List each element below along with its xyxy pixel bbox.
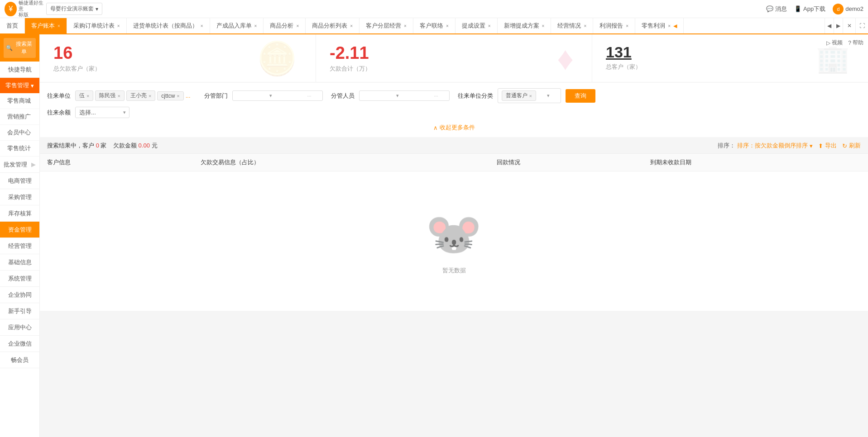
tab-home[interactable]: 首页 <box>0 18 25 34</box>
category-filter-label: 往来单位分类 <box>458 92 493 100</box>
sidebar-item-operations[interactable]: 经营管理 <box>0 238 39 254</box>
nav-close-all[interactable]: ✕ <box>843 18 855 34</box>
sort-select[interactable]: 排序： 排序：按欠款金额倒序排序 ▾ <box>718 142 813 150</box>
close-icon[interactable]: × <box>58 24 60 28</box>
balance-select[interactable]: 选择... <box>75 107 129 118</box>
sidebar-item-finance[interactable]: 资金管理 <box>0 222 39 238</box>
close-icon[interactable]: × <box>350 24 353 28</box>
nav-prev-arrow[interactable]: ◀ <box>825 18 834 34</box>
export-btn[interactable]: ⬆ 导出 <box>818 142 837 150</box>
message-icon: 💬 <box>766 5 773 12</box>
sidebar-item-retail-stats[interactable]: 零售统计 <box>0 141 39 157</box>
sidebar-item-app-center[interactable]: 应用中心 <box>0 319 39 336</box>
tab-customer-ops[interactable]: 客户分层经营 × <box>360 18 413 34</box>
close-icon[interactable]: × <box>404 24 407 28</box>
stat-card-amount: ♦ -2.11 欠款合计（万） <box>316 34 592 82</box>
tab-commission-setting[interactable]: 提成设置 × <box>456 18 498 34</box>
refresh-btn[interactable]: ↻ 刷新 <box>842 142 861 150</box>
tab-product-analysis[interactable]: 商品分析 × <box>264 18 306 34</box>
sidebar-item-member-center[interactable]: 会员中心 <box>0 125 39 141</box>
person-select[interactable]: ▾ ··· <box>359 90 450 101</box>
chevron-icon: ▾ <box>31 82 34 89</box>
empty-illustration: 🐭 <box>426 208 482 261</box>
stat-label-total: 总客户（家） <box>606 63 641 71</box>
close-icon[interactable]: × <box>668 24 671 28</box>
unit-more-btn[interactable]: ... <box>186 92 191 99</box>
logo: ¥ 畅捷通好生意 标版 <box>5 0 44 18</box>
close-icon[interactable]: × <box>488 24 491 28</box>
unit-tag-wang[interactable]: 王小亮 × <box>126 90 155 101</box>
dept-filter-label: 分管部门 <box>204 92 228 100</box>
remove-tag-cjttcw[interactable]: × <box>177 93 179 99</box>
query-button[interactable]: 查询 <box>566 89 595 103</box>
dept-select[interactable]: ▾ ··· <box>232 90 323 101</box>
tab-new-commission[interactable]: 新增提成方案 × <box>498 18 551 34</box>
unit-filter-tags: 伍 × 陈民强 × 王小亮 × cjttcw × ... <box>75 90 191 101</box>
remove-tag-wang[interactable]: × <box>149 93 151 99</box>
unit-tag-chen[interactable]: 陈民强 × <box>95 90 124 101</box>
col-customer-info: 客户信息 <box>40 154 193 171</box>
tab-retail-profit[interactable]: 零售利润 × ◀ <box>635 18 684 34</box>
remove-tag-wu[interactable]: × <box>86 93 89 99</box>
sidebar-item-enterprise-wechat[interactable]: 企业微信 <box>0 336 39 352</box>
close-icon[interactable]: × <box>296 24 299 28</box>
tab-operations[interactable]: 经营情况 × <box>551 18 593 34</box>
unit-tag-cjttcw[interactable]: cjttcw × <box>157 91 183 100</box>
category-tag-normal[interactable]: 普通客户 × <box>502 90 536 101</box>
remove-tag-normal[interactable]: × <box>529 93 532 99</box>
close-icon[interactable]: × <box>254 24 257 28</box>
result-bar: 搜索结果中，客户 0 家 欠款金额 0.00 元 排序： 排序：按欠款金额倒序排… <box>40 138 868 154</box>
close-icon[interactable]: × <box>626 24 628 28</box>
tab-customer-contact[interactable]: 客户联络 × <box>413 18 456 34</box>
tab-profit-report[interactable]: 利润报告 × <box>593 18 635 34</box>
sidebar-item-quick-nav[interactable]: 快捷导航 <box>0 62 39 78</box>
close-icon[interactable]: × <box>201 24 203 28</box>
stat-value-total: 131 <box>606 43 632 61</box>
sidebar-item-wholesale[interactable]: 批发管理 ▶ <box>0 157 39 173</box>
nav-next-arrow[interactable]: ▶ <box>834 18 843 34</box>
video-btn[interactable]: ▷视频 <box>826 39 843 47</box>
tab-product-analysis-list[interactable]: 商品分析列表 × <box>306 18 360 34</box>
sidebar-item-system[interactable]: 系统管理 <box>0 271 39 287</box>
person-select-arrow: ▾ <box>396 93 399 99</box>
close-icon[interactable]: × <box>542 24 545 28</box>
sidebar-item-chang-member[interactable]: 畅会员 <box>0 352 39 368</box>
remove-tag-chen[interactable]: × <box>117 93 120 99</box>
help-btn[interactable]: ?帮助 <box>848 39 863 47</box>
logo-icon: ¥ <box>5 2 17 16</box>
nav-fullscreen[interactable]: ⛶ <box>855 18 868 34</box>
tab-purchase-order[interactable]: 采购订单统计表 × <box>67 18 127 34</box>
close-icon[interactable]: × <box>446 24 449 28</box>
sidebar-item-marketing[interactable]: 营销推广 <box>0 109 39 125</box>
stat-label-customers: 总欠款客户（家） <box>53 65 101 73</box>
category-select[interactable]: 普通客户 × ▾ <box>498 88 561 103</box>
account-dropdown[interactable]: 母婴行业演示账套 ▾ <box>46 3 102 15</box>
sidebar-item-enterprise-collab[interactable]: 企业协同 <box>0 287 39 303</box>
unit-tag-wu[interactable]: 伍 × <box>75 90 93 101</box>
search-menu-btn[interactable]: 🔍 搜索菜单 <box>4 38 36 58</box>
tab-goods-stats[interactable]: 进货单统计表（按商品） × <box>127 18 210 34</box>
sidebar-item-retail-mall[interactable]: 零售商城 <box>0 93 39 109</box>
sidebar-item-purchase[interactable]: 采购管理 <box>0 189 39 205</box>
col-debt-info: 欠款交易信息（占比） <box>193 154 489 171</box>
sidebar-item-retail-mgmt[interactable]: 零售管理 ▾ <box>0 78 39 93</box>
close-icon[interactable]: × <box>117 24 120 28</box>
sidebar-item-inventory[interactable]: 库存核算 <box>0 205 39 222</box>
coin-icon: 🪙 <box>257 39 297 77</box>
chevron-down-icon: ▾ <box>96 6 98 12</box>
app-download-btn[interactable]: 📱 App下载 <box>794 5 825 13</box>
sidebar-item-basic-info[interactable]: 基础信息 <box>0 254 39 271</box>
filter-row-2: 往来余额 选择... <box>47 107 861 118</box>
message-btn[interactable]: 💬 消息 <box>766 5 787 13</box>
empty-state: 🐭 暂无数据 <box>40 171 868 311</box>
stat-value-amount: -2.11 <box>330 43 369 63</box>
content-area: 🪙 16 总欠款客户（家） ♦ -2.11 欠款合计（万） 🏢 ▷视频 ?帮助 … <box>40 34 868 437</box>
tab-product-inbound[interactable]: 产成品入库单 × <box>210 18 264 34</box>
sidebar-item-ecommerce[interactable]: 电商管理 <box>0 173 39 189</box>
close-icon[interactable]: × <box>584 24 586 28</box>
collapse-filter-btn[interactable]: ∧ 收起更多条件 <box>47 122 861 132</box>
tab-customer-account[interactable]: 客户账本 × <box>25 18 67 34</box>
table-header: 客户信息 欠款交易信息（占比） 回款情况 到期未收款日期 <box>40 154 868 171</box>
user-avatar[interactable]: d demo2 <box>833 4 863 14</box>
sidebar-item-newbie[interactable]: 新手引导 <box>0 303 39 319</box>
